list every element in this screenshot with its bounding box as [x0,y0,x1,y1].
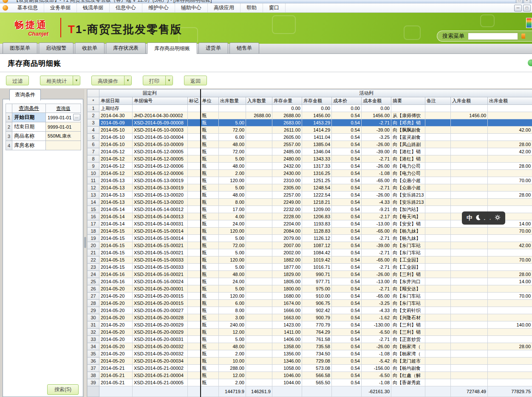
query-conditions-tab[interactable]: 查询条件 [9,89,41,101]
column-header[interactable]: 库存金额 [302,97,332,105]
banner-window-icon[interactable] [526,18,532,28]
panel-splitter[interactable] [83,89,87,397]
row-number[interactable]: 6 [88,141,99,148]
query-row[interactable]: 1开始日期1999-01-01... [6,113,81,122]
column-header[interactable]: 成本价 [332,97,362,105]
menu-item[interactable]: 辅助中心 [175,3,208,12]
ellipsis-picker-button[interactable]: ... [73,114,80,121]
table-row[interactable]: 252014-05-16XSD-2014-05-16-00024瓶24.0018… [88,278,532,285]
row-number[interactable]: 5 [88,134,99,141]
window-tab[interactable]: 库存商品明细账 [147,42,197,54]
row-number[interactable]: 11 [88,177,99,184]
dropdown-arrow-icon[interactable]: ▼ [124,76,131,85]
menu-item[interactable]: 基本信息 [11,3,44,12]
column-header[interactable]: 单据日期 [99,97,133,105]
table-row[interactable]: 322014-05-20XSD-2014-05-20-00029瓶12.0014… [88,329,532,336]
column-header[interactable]: 标记 [188,97,201,105]
row-number[interactable]: 31 [88,321,99,329]
row-number[interactable]: 30 [88,314,99,321]
table-row[interactable]: 272014-05-20XSD-2014-05-20-00015瓶120.001… [88,293,532,300]
table-row[interactable]: 242014-05-16XSD-2014-05-16-00021瓶48.0018… [88,271,532,278]
row-number[interactable]: 22 [88,256,99,264]
window-tab[interactable]: 启动报警 [39,42,74,53]
menu-item[interactable]: 维护中心 [142,3,175,12]
column-header[interactable]: 库存余量 [272,97,302,105]
row-number[interactable]: 20 [88,242,99,249]
table-row[interactable]: 1上期结存0.000.000.000.00 [88,105,532,112]
table-row[interactable]: 212014-05-15XSD-2014-05-15-00021瓶5.00200… [88,249,532,256]
toolbar-button[interactable]: 打印▼ [143,76,173,85]
table-row[interactable]: 332014-05-20XSD-2014-05-20-00031瓶5.00140… [88,336,532,343]
menu-item[interactable]: 业务单据 [44,3,77,12]
table-row[interactable]: 232014-05-15XSD-2014-05-15-00033瓶5.00187… [88,264,532,271]
table-row[interactable]: 112014-05-13XSD-2014-05-13-00019瓶120.002… [88,177,532,184]
table-row[interactable]: 42014-05-10XSD-2014-05-10-00003瓶72.00261… [88,127,532,134]
table-row[interactable]: 22014-04-30JHD-2014-04-30-00002瓶2688.002… [88,112,532,119]
query-condition-name[interactable]: 库房名称 [12,141,46,150]
row-number[interactable]: 10 [88,170,99,177]
column-header[interactable]: 入库金额 [451,97,488,105]
query-condition-value[interactable] [46,141,81,150]
row-number[interactable]: 23 [88,264,99,271]
table-row[interactable]: 302014-05-20XSD-2014-05-20-00028瓶3.00166… [88,314,532,321]
window-tab[interactable]: 库存状况表 [106,42,146,53]
window-tab[interactable]: 收款单 [75,42,105,53]
row-number[interactable]: 32 [88,329,99,336]
menu-item[interactable]: 帮助 [241,3,263,12]
toolbar-button[interactable]: 高级操作▼ [91,76,132,85]
table-row[interactable]: 342014-05-20XSD-2014-05-20-00032瓶48.0013… [88,343,532,350]
table-row[interactable]: 362014-05-20XSD-2014-05-20-00034瓶10.0013… [88,358,532,365]
row-number[interactable]: 19 [88,235,99,242]
row-number[interactable]: 38 [88,372,99,379]
window-tab[interactable]: 进货单 [198,42,228,53]
toolbar-button[interactable]: 返回 [184,76,207,85]
row-number[interactable]: 14 [88,199,99,206]
menu-item[interactable]: 钱流单据 [77,3,110,12]
row-number[interactable]: 27 [88,293,99,300]
table-row[interactable]: 102014-05-12XSD-2014-05-12-00006瓶2.00243… [88,170,532,177]
table-row[interactable]: 72014-05-12XSD-2014-05-12-00005瓶72.00248… [88,148,532,155]
ime-punctuation-icon[interactable]: 。， [484,215,492,221]
table-row[interactable]: 282014-05-20XSD-2014-05-20-00015瓶6.00167… [88,300,532,307]
menu-item[interactable]: 信息中心 [110,3,142,12]
column-header[interactable]: 入库数量 [246,97,272,105]
query-condition-name[interactable]: 开始日期 [12,113,46,122]
row-number[interactable]: 26 [88,285,99,293]
query-row[interactable]: 3商品名称550ML康水 [6,132,81,141]
row-number[interactable]: 16 [88,213,99,220]
column-header[interactable]: 出库金额 [488,97,532,105]
table-row[interactable]: 62014-05-10XSD-2014-05-10-00009瓶48.00255… [88,141,532,148]
window-tab[interactable]: 销售单 [229,42,259,53]
table-row[interactable]: 182014-05-15XSD-2014-05-15-00014瓶120.002… [88,228,532,235]
table-row[interactable]: 222014-05-15XSD-2014-05-15-00033瓶120.001… [88,256,532,264]
table-row[interactable]: 142014-05-13XSD-2014-05-13-00020瓶8.00224… [88,199,532,206]
dropdown-arrow-icon[interactable]: ▼ [73,76,80,85]
row-number[interactable]: 37 [88,365,99,372]
window-tab[interactable]: 图形菜单 [3,42,37,53]
table-row[interactable]: 292014-05-20XSD-2014-05-20-00027瓶8.00166… [88,307,532,314]
row-number[interactable]: 36 [88,358,99,365]
row-number[interactable]: 18 [88,228,99,235]
window-restore-icon[interactable]: □ [516,0,523,3]
menu-search-input[interactable] [468,33,518,40]
query-condition-value[interactable]: 1999-01-01... [46,113,81,122]
table-row[interactable]: 122014-05-13XSD-2014-05-13-00019瓶5.00230… [88,184,532,191]
row-number[interactable]: 21 [88,249,99,256]
query-condition-name[interactable]: 结束日期 [12,122,46,132]
row-number[interactable]: 2 [88,112,99,119]
column-header[interactable]: 单据编号 [133,97,188,105]
row-number[interactable]: 17 [88,220,99,228]
row-number[interactable]: 25 [88,278,99,285]
row-number[interactable]: 8 [88,155,99,163]
table-row[interactable]: 132014-05-13XSD-2014-05-13-00020瓶48.0022… [88,191,532,199]
table-row[interactable]: 52014-05-10XSD-2014-05-10-00004瓶6.002605… [88,134,532,141]
column-header[interactable]: 单位 [201,97,219,105]
row-number[interactable]: 33 [88,336,99,343]
table-row[interactable]: 92014-05-12XSD-2014-05-12-00006瓶48.00243… [88,163,532,170]
table-row[interactable]: 352014-05-20XSD-2014-05-20-00032瓶2.00135… [88,350,532,358]
menu-item[interactable]: 窗口 [263,3,286,12]
dropdown-arrow-icon[interactable]: ▼ [165,76,173,85]
row-number[interactable]: 9 [88,163,99,170]
restore-icon[interactable]: □ [523,5,531,11]
table-row[interactable]: 382014-05-21XSD-2014-05-21-00004瓶12.0010… [88,372,532,379]
